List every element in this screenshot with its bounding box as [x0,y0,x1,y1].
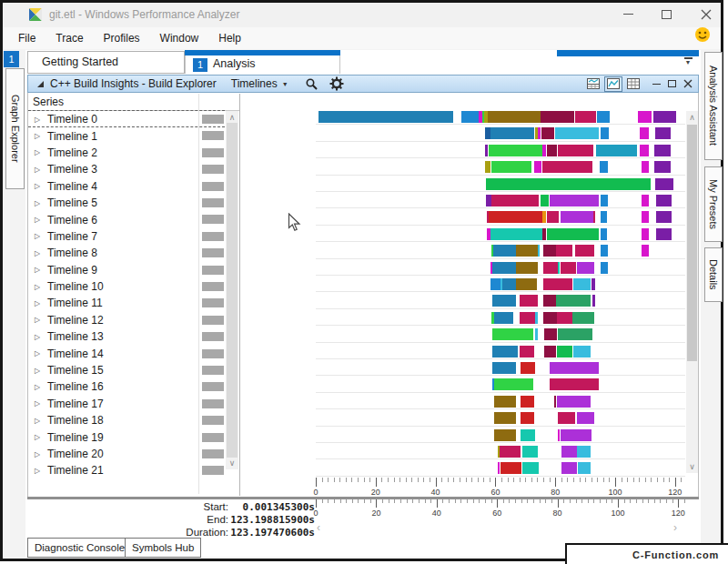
timeline-bar-segment[interactable] [489,145,542,156]
timeline-bar-segment[interactable] [492,328,532,340]
timeline-bar-segment[interactable] [556,245,572,257]
series-legend-swatch[interactable] [202,115,224,124]
window-maximize-button[interactable] [653,5,679,24]
timeline-bar-segment[interactable] [592,278,594,290]
timeline-bar-segment[interactable] [494,429,516,441]
menu-item-profiles[interactable]: Profiles [94,29,150,47]
timeline-bar-segment[interactable] [486,195,492,206]
tab-analysis[interactable]: 1 Analysis [185,50,340,74]
timeline-bar-segment[interactable] [558,145,593,156]
timeline-bar-segment[interactable] [542,228,546,240]
timeline-bar-segment[interactable] [516,262,538,274]
timeline-bar-segment[interactable] [534,161,541,173]
timeline-bar-segment[interactable] [557,396,592,408]
chart-scrollbar-thumb[interactable] [687,125,697,361]
series-legend-swatch[interactable] [202,466,224,475]
timeline-chart[interactable] [316,108,685,477]
timeline-bar-segment[interactable] [561,446,577,458]
timeline-bar-segment[interactable] [550,195,599,206]
timeline-bar-segment[interactable] [554,396,556,408]
timeline-bar-segment[interactable] [543,312,556,324]
timeline-bar-segment[interactable] [656,211,672,223]
timeline-bar-segment[interactable] [572,312,593,324]
series-legend-swatch[interactable] [202,248,224,257]
series-legend-swatch[interactable] [202,148,224,157]
expander-icon[interactable]: ▷ [35,182,44,190]
timeline-bar-segment[interactable] [573,278,591,290]
series-row[interactable]: ▷Timeline 5 [28,195,198,211]
series-row[interactable]: ▷Timeline 19 [28,428,198,445]
expander-icon[interactable]: ▷ [35,299,44,307]
timeline-bar-segment[interactable] [490,228,542,240]
timeline-bar-segment[interactable] [578,462,590,474]
timelines-dropdown[interactable]: Timelines ▼ [231,77,288,90]
timeline-bar-segment[interactable] [538,127,541,139]
series-row[interactable]: ▷Timeline 3 [28,161,198,177]
series-legend-swatch[interactable] [202,449,224,458]
series-row[interactable]: ▷Timeline 10 [28,278,198,295]
timeline-bar-segment[interactable] [601,245,608,257]
chart-scrollbar[interactable]: ∧ ∨ [686,111,698,473]
search-icon[interactable] [305,77,318,91]
timeline-bar-segment[interactable] [542,161,592,173]
timeline-bar-segment[interactable] [521,429,535,441]
timeline-bar-segment[interactable] [498,462,500,474]
expander-icon[interactable]: ▷ [35,249,44,257]
expander-icon[interactable]: ▷ [35,148,44,156]
tab-getting-started[interactable]: Getting Started [27,51,185,74]
timeline-bar-segment[interactable] [494,312,513,324]
timeline-bar-segment[interactable] [561,462,577,474]
collapse-triangle-icon[interactable] [35,79,45,88]
expander-icon[interactable]: ▷ [35,216,44,224]
series-row[interactable]: ▷Timeline 7 [28,228,198,245]
expander-icon[interactable]: ▷ [35,467,44,475]
timeline-bar-segment[interactable] [538,245,540,257]
menu-item-trace[interactable]: Trace [46,29,93,47]
series-legend-swatch[interactable] [202,215,224,224]
timeline-bar-segment[interactable] [520,346,535,358]
timeline-bar-segment[interactable] [502,278,515,290]
series-legend-swatch[interactable] [202,433,224,442]
expander-icon[interactable]: ▷ [35,266,44,274]
series-row[interactable]: ▷Timeline 0 [28,111,198,127]
timeline-bar-segment[interactable] [492,346,518,358]
series-legend-swatch[interactable] [202,349,224,358]
series-legend-swatch[interactable] [202,131,224,140]
timeline-bar-segment[interactable] [642,211,649,223]
timeline-bar-segment[interactable] [640,145,649,156]
timeline-bar-segment[interactable] [494,378,533,390]
timeline-bar-segment[interactable] [489,211,542,223]
timeline-bar-segment[interactable] [592,295,595,307]
series-legend-swatch[interactable] [202,266,224,275]
series-legend-swatch[interactable] [202,382,224,391]
timeline-bar-segment[interactable] [642,245,649,257]
timeline-bar-segment[interactable] [318,111,453,123]
timeline-bar-segment[interactable] [493,245,516,257]
timeline-bar-segment[interactable] [558,262,561,274]
timeline-bar-segment[interactable] [485,161,490,173]
scroll-down-icon[interactable]: ∨ [226,458,238,468]
timeline-bar-segment[interactable] [535,328,538,340]
timeline-bar-segment[interactable] [601,195,608,206]
scroll-up-icon[interactable]: ∧ [226,113,238,122]
series-legend-swatch[interactable] [202,232,224,241]
timeline-bar-segment[interactable] [561,262,576,274]
series-row[interactable]: ▷Timeline 9 [28,262,198,278]
window-minimize-button[interactable] [615,5,641,24]
timeline-bar-segment[interactable] [541,111,574,123]
series-row[interactable]: ▷Timeline 4 [28,178,198,195]
series-legend-swatch[interactable] [202,282,224,291]
sidebar-tab-graph-explorer[interactable]: Graph Explorer [5,68,25,189]
expander-icon[interactable]: ▷ [35,367,44,375]
symbols-hub-button[interactable]: Symbols Hub [125,538,201,558]
timeline-bar-segment[interactable] [575,111,596,123]
series-row[interactable]: ▷Timeline 15 [28,362,198,378]
series-row[interactable]: ▷Timeline 14 [28,345,198,361]
timeline-bar-segment[interactable] [656,195,672,206]
timeline-bar-segment[interactable] [486,178,651,190]
timeline-bar-segment[interactable] [638,111,652,123]
timeline-bar-segment[interactable] [596,145,636,156]
series-row[interactable]: ▷Timeline 2 [28,145,198,161]
timeline-bar-segment[interactable] [522,446,538,458]
timeline-bar-segment[interactable] [642,161,649,173]
